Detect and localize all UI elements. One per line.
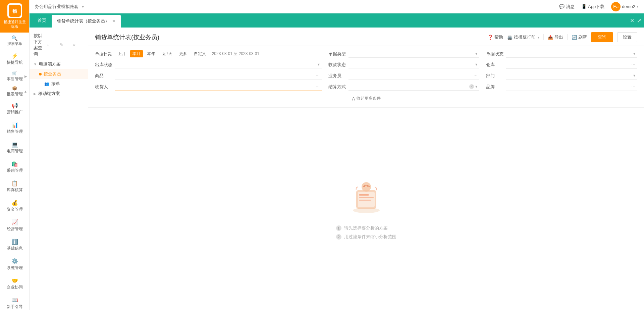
help-label: 帮助 xyxy=(494,34,503,40)
finance-icon: 💰 xyxy=(11,200,18,206)
inventory-label: 库存核算 xyxy=(7,187,23,193)
sales-icon: 📊 xyxy=(11,122,18,128)
svg-point-9 xyxy=(364,186,365,187)
messages-button[interactable]: 💬 消息 xyxy=(559,4,575,10)
date-tab-last-7[interactable]: 近7天 xyxy=(159,50,175,57)
tabbar: 首页 销货单统计表（按业务员） ✕ ✕ ⤢ xyxy=(30,13,644,28)
topbar: 办公用品行业模拟账套 ▾ 💬 消息 📱 App下载 Ea demo2 ▾ xyxy=(30,0,644,13)
sidebar-item-newbie[interactable]: 📖 新手引导 xyxy=(0,294,29,310)
page-header: 销货单统计表(按业务员) ❓ 帮助 🖨️ 按模板打印 ▾ 📤 导出 xyxy=(88,28,644,46)
refresh-icon: 🔄 xyxy=(572,35,577,40)
sidebar-item-ecommerce[interactable]: 💻 电商管理 xyxy=(0,138,29,157)
settings-button[interactable]: 设置 xyxy=(617,32,637,42)
sidebar-item-inventory[interactable]: 📋 库存核算 xyxy=(0,177,29,196)
goods-control[interactable]: ··· xyxy=(115,71,322,80)
date-tab-more[interactable]: 更多 xyxy=(176,50,190,57)
collapse-up-icon: ⋀ xyxy=(352,96,355,101)
print-dropdown-icon: ▾ xyxy=(538,36,539,39)
doc-type-control[interactable]: ▾ xyxy=(348,50,480,58)
ship-status-control[interactable]: ▾ xyxy=(115,61,322,68)
hint-text-1: 请先选择要分析的方案 xyxy=(344,224,388,232)
sidebar-item-finance[interactable]: 💰 资金管理 xyxy=(0,196,29,216)
sidebar-item-purchase[interactable]: 🛍️ 采购管理 xyxy=(0,157,29,177)
warehouse-dots-icon[interactable]: ··· xyxy=(631,62,635,67)
sales-label: 销售管理 xyxy=(7,129,23,135)
refresh-button[interactable]: 🔄 刷新 xyxy=(572,34,587,40)
refresh-label: 刷新 xyxy=(578,34,587,40)
consignee-control[interactable]: ··· xyxy=(115,83,322,91)
sidebar-item-sales[interactable]: 📊 销售管理 xyxy=(0,118,29,138)
sidebar-item-retail[interactable]: 🛒 零售管理 ▶ xyxy=(0,69,29,84)
scheme-item-by-order[interactable]: 👥 按单 xyxy=(30,79,88,89)
warehouse-control[interactable]: ··· xyxy=(506,60,637,69)
query-button[interactable]: 查询 xyxy=(591,32,613,42)
sidebar-item-marketing[interactable]: 📢 营销推广 xyxy=(0,99,29,118)
pc-group-arrow-icon: ▼ xyxy=(34,62,37,66)
receipt-status-label: 收款状态 xyxy=(328,62,348,68)
avatar: Ea xyxy=(611,2,621,11)
app-logo[interactable]: 畅 畅捷通好生意标版 xyxy=(0,0,29,33)
doc-type-arrow-icon: ▾ xyxy=(475,51,477,56)
settlement-clear-icon[interactable]: × xyxy=(469,84,474,89)
sidebar-item-cooperation[interactable]: 🤝 企业协同 xyxy=(0,274,29,294)
logo-icon: 畅 xyxy=(7,3,22,18)
brand-control[interactable]: ··· xyxy=(506,83,637,91)
cooperation-icon: 🤝 xyxy=(11,277,18,284)
topbar-dropdown-arrow[interactable]: ▾ xyxy=(82,4,84,9)
tab-close-icon[interactable]: ✕ xyxy=(112,19,115,23)
sales-rep-dots-icon[interactable]: ··· xyxy=(474,73,478,78)
date-tab-last-month[interactable]: 上月 xyxy=(115,50,128,57)
receipt-status-control[interactable]: ▾ xyxy=(348,61,480,68)
user-menu[interactable]: Ea demo2 ▾ xyxy=(611,2,639,11)
system-icon: ⚙️ xyxy=(11,258,18,264)
sidebar-item-quick-nav[interactable]: ⚡ 快捷导航 xyxy=(0,49,29,69)
brand-dots-icon[interactable]: ··· xyxy=(631,84,635,89)
system-label: 系统管理 xyxy=(7,265,23,271)
sidebar-search-label: 搜索菜单 xyxy=(2,41,27,46)
dept-control[interactable]: ▾ xyxy=(506,72,637,80)
avatar-initials: Ea xyxy=(613,4,619,9)
finance-label: 资金管理 xyxy=(7,207,23,212)
date-filter-control: 上月 本月 本年 近7天 更多 自定义 2023-03-01 至 2023-03… xyxy=(115,50,259,57)
filter-sales-rep: 业务员 ··· xyxy=(328,71,480,80)
goods-dots-icon[interactable]: ··· xyxy=(316,73,320,78)
doc-status-control[interactable]: ▾ xyxy=(506,50,637,58)
tab-sales-stat[interactable]: 销货单统计表（按业务员） ✕ xyxy=(52,15,121,28)
date-tab-this-month[interactable]: 本月 xyxy=(130,50,143,57)
print-button[interactable]: 🖨️ 按模板打印 ▾ xyxy=(507,34,544,40)
export-button[interactable]: 📤 导出 xyxy=(548,34,568,40)
app-download-button[interactable]: 📱 App下载 xyxy=(581,4,604,10)
dept-arrow-icon: ▾ xyxy=(633,73,635,78)
tab-maximize-icon[interactable]: ⤢ xyxy=(637,17,641,24)
date-tab-custom[interactable]: 自定义 xyxy=(191,50,209,57)
doc-status-arrow-icon: ▾ xyxy=(633,51,635,56)
help-button[interactable]: ❓ 帮助 xyxy=(487,34,503,40)
sidebar-item-operations[interactable]: 📈 经营管理 xyxy=(0,216,29,235)
pc-scheme-group-header[interactable]: ▼ 电脑端方案 xyxy=(30,59,88,69)
sidebar-item-basic[interactable]: ℹ️ 基础信息 xyxy=(0,235,29,255)
sidebar-item-system[interactable]: ⚙️ 系统管理 xyxy=(0,255,29,274)
sales-rep-control[interactable]: ··· xyxy=(348,71,480,80)
sidebar-item-wholesale[interactable]: 📦 批发管理 ▲ xyxy=(0,84,29,99)
filter-row-4: 收货人 ··· 结算方式 × ▾ xyxy=(95,83,637,91)
username-label: demo2 xyxy=(622,4,635,9)
retail-icon: 🛒 xyxy=(12,71,17,75)
settlement-control[interactable]: × ▾ xyxy=(348,83,480,91)
tab-close-window-icon[interactable]: ✕ xyxy=(630,17,634,24)
filter-settlement: 结算方式 × ▾ xyxy=(328,83,480,91)
svg-rect-6 xyxy=(359,197,374,198)
consignee-dots-icon[interactable]: ··· xyxy=(316,84,320,89)
scheme-collapse-button[interactable]: « xyxy=(73,42,84,48)
tab-sales-stat-label: 销货单统计表（按业务员） xyxy=(57,18,109,24)
tab-home[interactable]: 首页 xyxy=(32,13,52,28)
scheme-people-icon: 👥 xyxy=(44,82,49,86)
scheme-edit-button[interactable]: ✎ xyxy=(60,42,71,48)
sidebar-item-search[interactable]: 🔍 搜索菜单 xyxy=(0,33,29,49)
scheme-item-sales-rep[interactable]: 按业务员 xyxy=(30,69,88,79)
collapse-button[interactable]: ⋀ 收起更多条件 xyxy=(352,96,381,101)
empty-hint-1: 1 请先选择要分析的方案 xyxy=(336,224,396,232)
svg-text:畅: 畅 xyxy=(12,9,17,14)
scheme-add-button[interactable]: + xyxy=(47,42,58,48)
mobile-scheme-group-header[interactable]: ▶ 移动端方案 xyxy=(30,89,88,99)
date-tab-this-year[interactable]: 本年 xyxy=(145,50,158,57)
